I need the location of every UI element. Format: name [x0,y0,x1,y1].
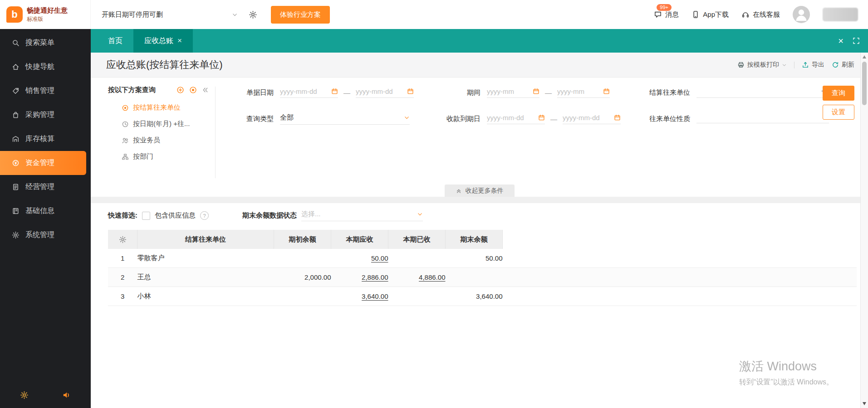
partner-nature-select[interactable] [696,115,829,123]
scheme-header: 按以下方案查询 [108,86,209,94]
scheme-item-by-partner[interactable]: 按结算往来单位 [122,103,209,112]
col-header-closing-balance[interactable]: 期末余额 [446,230,503,249]
balance-status-select[interactable]: 选择... [301,210,423,221]
period-to-input[interactable] [557,87,601,95]
cell-received [388,249,446,268]
tabbar-actions: × [838,36,868,45]
search-button[interactable]: 查询 [823,86,854,101]
account-set-dropdown[interactable]: 开账日期可停用可删 [102,10,238,19]
sidebar-item-search-menu[interactable]: 搜索菜单 [0,31,91,55]
col-header-received[interactable]: 本期已收 [388,230,446,249]
calendar-icon[interactable] [407,88,414,95]
topbar-gear-button[interactable] [247,9,259,21]
col-header-partner[interactable]: 结算往来单位 [137,230,274,249]
col-header-opening-balance[interactable]: 期初余额 [274,230,331,249]
period-from-field[interactable] [487,87,539,98]
collapse-label: 收起更多条件 [466,187,504,195]
cell-receivable: 3,640.00 [331,287,388,306]
close-all-tabs-icon[interactable]: × [838,36,843,45]
sidebar-item-label: 搜索菜单 [25,38,54,48]
doc-date-from-input[interactable] [280,87,329,95]
due-date-from-field[interactable] [487,114,545,124]
close-tab-icon[interactable]: × [177,36,182,45]
row-index: 2 [108,268,137,287]
scroll-up-arrow[interactable] [863,55,866,58]
cell-receivable: 50.00 [331,249,388,268]
due-date-from-input[interactable] [487,114,536,121]
help-icon[interactable]: ? [200,211,209,220]
period-to-field[interactable] [557,87,610,98]
scheme-item-by-department[interactable]: 按部门 [122,152,209,161]
collapse-more-conditions-button[interactable]: 收起更多条件 [445,185,515,197]
add-scheme-icon[interactable] [177,86,184,94]
table-row[interactable]: 3 小林 3,640.00 3,640.00 [108,287,857,306]
export-button[interactable]: 导出 [802,61,824,69]
online-service-button[interactable]: 在线客服 [741,10,780,19]
avatar[interactable] [793,6,810,23]
tab-home[interactable]: 首页 [97,29,133,53]
due-date-to-field[interactable] [563,114,621,124]
doc-date-to-field[interactable] [356,87,414,98]
calendar-icon[interactable] [533,88,539,95]
received-link[interactable]: 4,886.00 [419,273,445,281]
scheme-item-by-date[interactable]: 按日期(年月) +往... [122,120,209,128]
tab-receivables-ledger[interactable]: 应收总账 × [133,29,193,53]
chevron-down-icon [232,12,238,18]
table-settings-header[interactable] [108,230,137,249]
vertical-scrollbar[interactable] [860,53,868,408]
scrollbar-thumb[interactable] [862,62,867,105]
calendar-icon[interactable] [614,114,621,121]
sidebar-item-purchasing[interactable]: 采购管理 [0,103,91,127]
sidebar-item-quick-nav[interactable]: 快捷导航 [0,55,91,79]
chevron-down-icon[interactable] [404,115,410,121]
query-type-select[interactable]: 全部 [280,113,410,125]
fullscreen-icon[interactable] [853,37,860,44]
due-date-group: 收款到期日 — [441,114,637,124]
settings-button[interactable]: 设置 [823,105,854,120]
sidebar-item-sales[interactable]: 销售管理 [0,79,91,103]
topbar: b 畅捷通好生意 标准版 开账日期可停用可删 体验行业方案 99+ 消息 [0,0,868,29]
period-from-input[interactable] [487,87,531,95]
row-index: 1 [108,249,137,268]
scroll-down-arrow[interactable] [863,402,866,405]
doc-date-from-field[interactable] [280,87,338,98]
app-download-button[interactable]: App下载 [691,10,729,19]
due-date-to-input[interactable] [563,114,612,121]
sidebar-item-inventory[interactable]: 库存核算 [0,127,91,151]
scheme-item-by-salesperson[interactable]: 按业务员 [122,136,209,145]
messages-button[interactable]: 99+ 消息 [654,10,679,19]
table-row[interactable]: 1 零散客户 50.00 50.00 [108,249,857,268]
partner-input[interactable] [696,87,821,95]
gear-icon[interactable] [108,236,137,243]
calendar-icon[interactable] [603,88,610,95]
body-row: 搜索菜单 快捷导航 销售管理 采购管理 库存核算 资金管理 [0,29,868,408]
print-by-template-button[interactable]: 按模板打印 [737,61,787,69]
trial-solution-button[interactable]: 体验行业方案 [271,6,330,24]
receivable-link[interactable]: 2,886.00 [362,273,388,281]
table-row[interactable]: 2 王总 2,000.00 2,886.00 4,886.00 [108,268,857,287]
sidebar-item-system[interactable]: 系统管理 [0,223,91,247]
partner-field[interactable]: ⋯ [696,87,829,98]
sidebar-item-operations[interactable]: 经营管理 [0,175,91,199]
query-form-row-2: 查询类型 全部 收款到期日 [237,113,854,125]
include-supplier-checkbox[interactable] [142,212,150,220]
target-scheme-icon[interactable] [189,86,197,94]
collapse-panel-icon[interactable] [202,87,209,93]
radio-selected-icon [122,104,129,112]
chevron-down-icon[interactable] [417,211,423,217]
receivable-link[interactable]: 3,640.00 [362,292,388,300]
footer-gear-icon[interactable] [20,391,29,399]
sidebar-item-funds[interactable]: 资金管理 [0,151,86,175]
balance-status-placeholder: 选择... [301,210,321,219]
announcement-speaker-icon[interactable] [62,391,71,399]
calendar-icon[interactable] [331,88,338,95]
sidebar-item-basic-info[interactable]: 基础信息 [0,199,91,223]
refresh-button[interactable]: 刷新 [832,61,854,69]
doc-date-to-input[interactable] [356,87,405,95]
export-icon [802,61,809,68]
messages-label: 消息 [665,10,679,19]
sidebar-item-label: 系统管理 [25,230,54,240]
calendar-icon[interactable] [538,114,545,121]
col-header-receivable[interactable]: 本期应收 [331,230,388,249]
receivable-link[interactable]: 50.00 [371,254,388,262]
